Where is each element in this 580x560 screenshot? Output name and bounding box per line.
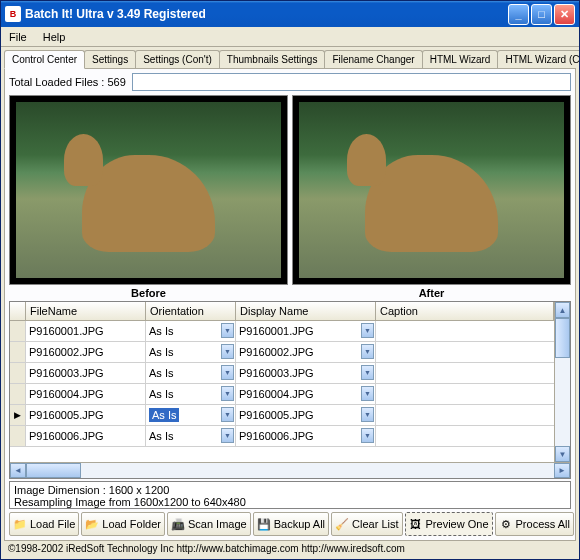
menu-file[interactable]: File	[5, 29, 31, 45]
cell-filename[interactable]: P9160001.JPG	[26, 321, 146, 341]
hscroll-track[interactable]	[26, 463, 554, 478]
tab-control-center[interactable]: Control Center	[4, 50, 85, 69]
process-icon: ⚙	[499, 517, 513, 531]
cell-orientation[interactable]: As Is▼	[146, 384, 236, 404]
label-after: After	[292, 287, 571, 299]
status-field	[132, 73, 571, 91]
row-marker: ▶	[10, 405, 26, 425]
folder-open-icon: 📂	[85, 517, 99, 531]
cell-caption[interactable]	[376, 363, 570, 383]
cell-filename[interactable]: P9160003.JPG	[26, 363, 146, 383]
cell-orientation[interactable]: As Is▼	[146, 405, 236, 425]
total-loaded-label: Total Loaded Files : 569	[9, 76, 126, 88]
scroll-up-button[interactable]: ▲	[555, 302, 570, 318]
table-row[interactable]: P9160002.JPGAs Is▼P9160002.JPG▼	[10, 342, 570, 363]
table-row[interactable]: ▶P9160005.JPGAs Is▼P9160005.JPG▼	[10, 405, 570, 426]
close-button[interactable]: ✕	[554, 4, 575, 25]
scroll-down-button[interactable]: ▼	[555, 446, 570, 462]
row-marker	[10, 342, 26, 362]
tab-panel: Total Loaded Files : 569 Before After Fi…	[4, 69, 576, 541]
tab-html-wizard-cont[interactable]: HTML Wizard (Con't)	[497, 50, 579, 68]
cell-caption[interactable]	[376, 405, 570, 425]
scroll-left-button[interactable]: ◄	[10, 463, 26, 478]
vscroll-thumb[interactable]	[555, 318, 570, 358]
cell-orientation[interactable]: As Is▼	[146, 363, 236, 383]
dropdown-icon[interactable]: ▼	[361, 428, 374, 443]
scan-image-button[interactable]: 📠Scan Image	[167, 512, 251, 536]
dropdown-icon[interactable]: ▼	[361, 323, 374, 338]
dropdown-icon[interactable]: ▼	[361, 365, 374, 380]
cell-caption[interactable]	[376, 426, 570, 446]
cell-caption[interactable]	[376, 321, 570, 341]
app-window: B Batch It! Ultra v 3.49 Registered _ □ …	[0, 0, 580, 560]
dropdown-icon[interactable]: ▼	[221, 386, 234, 401]
minimize-button[interactable]: _	[508, 4, 529, 25]
load-folder-button[interactable]: 📂Load Folder	[81, 512, 165, 536]
dropdown-icon[interactable]: ▼	[361, 344, 374, 359]
header-filename[interactable]: FileName	[26, 302, 146, 320]
clear-icon: 🧹	[335, 517, 349, 531]
tab-settings[interactable]: Settings	[84, 50, 136, 68]
copyright-text: ©1998-2002 iRedSoft Technology Inc http:…	[4, 541, 576, 556]
backup-all-button[interactable]: 💾Backup All	[253, 512, 329, 536]
info-panel: Image Dimension : 1600 x 1200 Resampling…	[9, 481, 571, 509]
cell-display[interactable]: P9160004.JPG▼	[236, 384, 376, 404]
grid-header: FileName Orientation Display Name Captio…	[10, 302, 570, 321]
cell-display[interactable]: P9160001.JPG▼	[236, 321, 376, 341]
header-caption[interactable]: Caption	[376, 302, 554, 320]
dropdown-icon[interactable]: ▼	[221, 428, 234, 443]
preview-row	[9, 95, 571, 285]
tab-settings-cont[interactable]: Settings (Con't)	[135, 50, 220, 68]
menu-help[interactable]: Help	[39, 29, 70, 45]
tab-filename-changer[interactable]: Filename Changer	[324, 50, 422, 68]
cell-filename[interactable]: P9160006.JPG	[26, 426, 146, 446]
table-row[interactable]: P9160003.JPGAs Is▼P9160003.JPG▼	[10, 363, 570, 384]
dropdown-icon[interactable]: ▼	[221, 365, 234, 380]
cell-orientation[interactable]: As Is▼	[146, 426, 236, 446]
cell-caption[interactable]	[376, 342, 570, 362]
cell-display[interactable]: P9160005.JPG▼	[236, 405, 376, 425]
preview-one-button[interactable]: 🖼Preview One	[405, 512, 493, 536]
cell-caption[interactable]	[376, 384, 570, 404]
header-display[interactable]: Display Name	[236, 302, 376, 320]
label-before: Before	[9, 287, 288, 299]
dropdown-icon[interactable]: ▼	[361, 386, 374, 401]
cell-filename[interactable]: P9160004.JPG	[26, 384, 146, 404]
window-title: Batch It! Ultra v 3.49 Registered	[25, 7, 508, 21]
header-marker[interactable]	[10, 302, 26, 320]
cell-orientation[interactable]: As Is▼	[146, 321, 236, 341]
tab-thumbnails[interactable]: Thumbnails Settings	[219, 50, 326, 68]
process-all-button[interactable]: ⚙Process All	[495, 512, 574, 536]
scroll-right-button[interactable]: ►	[554, 463, 570, 478]
vertical-scrollbar[interactable]: ▲ ▼	[554, 302, 570, 462]
status-row: Total Loaded Files : 569	[9, 73, 571, 91]
table-row[interactable]: P9160006.JPGAs Is▼P9160006.JPG▼	[10, 426, 570, 447]
dropdown-icon[interactable]: ▼	[221, 323, 234, 338]
titlebar[interactable]: B Batch It! Ultra v 3.49 Registered _ □ …	[1, 1, 579, 27]
cell-display[interactable]: P9160002.JPG▼	[236, 342, 376, 362]
header-orientation[interactable]: Orientation	[146, 302, 236, 320]
load-file-button[interactable]: 📁Load File	[9, 512, 79, 536]
table-row[interactable]: P9160001.JPGAs Is▼P9160001.JPG▼	[10, 321, 570, 342]
maximize-button[interactable]: □	[531, 4, 552, 25]
vscroll-track[interactable]	[555, 318, 570, 446]
cell-filename[interactable]: P9160005.JPG	[26, 405, 146, 425]
table-row[interactable]: P9160004.JPGAs Is▼P9160004.JPG▼	[10, 384, 570, 405]
dropdown-icon[interactable]: ▼	[221, 344, 234, 359]
hscroll-thumb[interactable]	[26, 463, 81, 478]
cell-filename[interactable]: P9160002.JPG	[26, 342, 146, 362]
clear-list-button[interactable]: 🧹Clear List	[331, 512, 402, 536]
tab-html-wizard[interactable]: HTML Wizard	[422, 50, 499, 68]
preview-icon: 🖼	[409, 517, 423, 531]
dropdown-icon[interactable]: ▼	[361, 407, 374, 422]
dropdown-icon[interactable]: ▼	[221, 407, 234, 422]
backup-icon: 💾	[257, 517, 271, 531]
cell-display[interactable]: P9160006.JPG▼	[236, 426, 376, 446]
row-marker	[10, 384, 26, 404]
horizontal-scrollbar[interactable]: ◄ ►	[10, 462, 570, 478]
client-area: Control Center Settings Settings (Con't)…	[1, 47, 579, 559]
app-icon: B	[5, 6, 21, 22]
bottom-toolbar: 📁Load File 📂Load Folder 📠Scan Image 💾Bac…	[9, 512, 571, 536]
cell-display[interactable]: P9160003.JPG▼	[236, 363, 376, 383]
cell-orientation[interactable]: As Is▼	[146, 342, 236, 362]
